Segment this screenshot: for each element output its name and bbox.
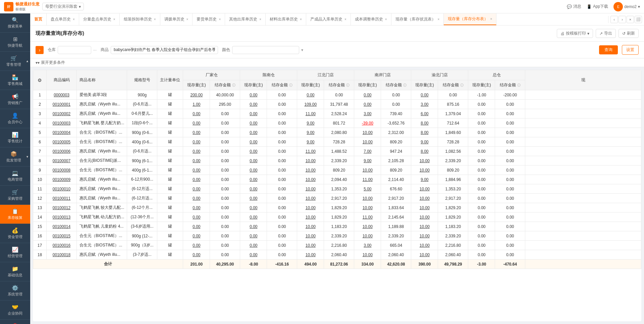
stock-link[interactable]: 9.00 <box>307 140 314 144</box>
app-download-btn[interactable]: 📱 App下载 <box>587 4 608 9</box>
code-link[interactable]: 00100018 <box>53 252 70 257</box>
nav-prev-btn[interactable]: ‹ <box>610 16 618 23</box>
code-link[interactable]: 00100006 <box>53 149 70 154</box>
code-link[interactable]: 00100008 <box>53 168 70 173</box>
tab-purchase-order[interactable]: 要货单历史 × <box>193 13 225 25</box>
stock-link[interactable]: 0.00 <box>193 130 200 135</box>
stock-link[interactable]: 10.00 <box>420 224 430 229</box>
stock-link[interactable]: 0.00 <box>307 93 314 97</box>
stock-link[interactable]: 10.00 <box>306 252 316 257</box>
table-area[interactable]: ⚙ 商品编码 商品名称 规格型号 主计量单位 厂家仓 陈南仓 江北门店 南岸门店… <box>33 70 641 321</box>
code-link[interactable]: 00100003 <box>53 121 70 126</box>
stock-link[interactable]: 0.00 <box>193 177 200 182</box>
color-input[interactable] <box>232 46 299 54</box>
stock-link[interactable]: 0.00 <box>193 111 200 116</box>
close-icon[interactable]: × <box>113 17 115 21</box>
stock-link[interactable]: 11.00 <box>306 111 316 116</box>
code-link[interactable]: 0000003 <box>54 93 69 97</box>
store-selector[interactable]: 母婴行业演示陈套 ▾ <box>42 3 84 10</box>
stock-link[interactable]: 0.00 <box>193 205 200 210</box>
stock-link[interactable]: 0.00 <box>250 224 257 229</box>
stock-link[interactable]: 10.00 <box>420 168 430 173</box>
stock-link[interactable]: 0.00 <box>193 243 200 248</box>
stock-link[interactable]: 10.00 <box>420 196 430 201</box>
nav-next-btn[interactable]: › <box>619 16 626 23</box>
code-link[interactable]: 00100013 <box>53 215 70 220</box>
expand-conditions-btn[interactable]: ▾▾ 展开更多条件 <box>36 60 65 65</box>
stock-link[interactable]: 10.00 <box>306 177 316 182</box>
stock-link[interactable]: 10.00 <box>363 252 373 257</box>
code-link[interactable]: 00100005 <box>53 140 70 144</box>
stock-link[interactable]: 10.00 <box>420 187 430 191</box>
stock-link[interactable]: 109.00 <box>304 102 317 107</box>
stock-link[interactable]: 10.00 <box>306 187 316 191</box>
tab-cost-adjust[interactable]: 成本调整单历史 × <box>351 13 391 25</box>
code-link[interactable]: 00100011 <box>53 196 70 201</box>
stock-link[interactable]: 0.00 <box>250 149 257 154</box>
stock-link[interactable]: -39.00 <box>362 121 373 126</box>
sidebar-item-system[interactable]: ⚙️ 系统管理 <box>0 281 30 300</box>
info-icon[interactable]: ⓘ <box>460 83 464 87</box>
stock-link[interactable]: 0.00 <box>250 205 257 210</box>
print-btn[interactable]: 🖨 按模板打印 ▾ <box>557 29 593 38</box>
stock-link[interactable]: 10.00 <box>420 243 430 248</box>
warehouse-input[interactable] <box>58 46 91 54</box>
stock-link[interactable]: 0.00 <box>250 187 257 191</box>
code-link[interactable]: 00100012 <box>53 205 70 210</box>
stock-link[interactable]: 10.00 <box>306 224 316 229</box>
stock-link[interactable]: 11.00 <box>306 149 316 154</box>
sidebar-item-wholesale[interactable]: 📦 批发管理 ▼ <box>0 147 30 167</box>
stock-link[interactable]: 3.00 <box>421 102 428 107</box>
message-btn[interactable]: 💬 消息 <box>567 4 581 9</box>
tab-material-out[interactable]: 材料出库单历史 × <box>266 13 306 25</box>
nav-close-btn[interactable]: × <box>627 16 634 23</box>
close-icon[interactable]: × <box>73 17 75 21</box>
stock-link[interactable]: 0.00 <box>250 215 257 220</box>
stock-link[interactable]: 10.00 <box>420 234 430 238</box>
stock-link[interactable]: 11.00 <box>363 177 373 182</box>
stock-link[interactable]: 0.00 <box>364 93 371 97</box>
info-icon[interactable]: ⓘ <box>289 83 292 87</box>
stock-link[interactable]: 11.00 <box>363 215 373 220</box>
stock-link[interactable]: 0.00 <box>250 140 257 144</box>
close-icon[interactable]: × <box>259 17 261 21</box>
close-icon[interactable]: × <box>344 17 346 21</box>
stock-link[interactable]: 9.00 <box>421 140 428 144</box>
stock-link[interactable]: 10.00 <box>420 215 430 220</box>
stock-link[interactable]: 8.00 <box>421 130 428 135</box>
stock-link[interactable]: 10.00 <box>306 196 316 201</box>
code-link[interactable]: 00100009 <box>53 177 70 182</box>
tab-adjust[interactable]: 调拨单历史 × <box>160 13 193 25</box>
stock-link[interactable]: 0.00 <box>364 102 371 107</box>
query-btn[interactable]: 查询 <box>599 45 618 54</box>
stock-link[interactable]: 0.00 <box>421 93 428 97</box>
sidebar-item-purchase[interactable]: 🛒 采购管理 <box>0 186 30 205</box>
tab-assemble[interactable]: 组装拆卸单历史 × <box>120 13 160 25</box>
sidebar-item-retail-shop[interactable]: 🏪 零售商城 <box>0 71 30 90</box>
close-icon[interactable]: × <box>154 17 156 21</box>
code-link[interactable]: 00100002 <box>53 111 70 116</box>
stock-link[interactable]: 5.00 <box>364 187 371 191</box>
info-icon[interactable]: ⓘ <box>517 83 521 87</box>
stock-link[interactable]: 10.00 <box>363 168 373 173</box>
stock-link[interactable]: 10.00 <box>363 196 373 201</box>
code-link[interactable]: 00100015 <box>53 234 70 238</box>
stock-link[interactable]: 6.00 <box>421 111 428 116</box>
stock-link[interactable]: 0.00 <box>250 121 257 126</box>
stock-link[interactable]: 9.00 <box>307 121 314 126</box>
stock-link[interactable]: 10.00 <box>306 243 316 248</box>
stock-link[interactable]: 9.00 <box>307 130 314 135</box>
code-link[interactable]: 00100007 <box>53 158 70 163</box>
stock-link[interactable]: 10.00 <box>306 205 316 210</box>
tab-stock-status[interactable]: 现存量（库存状况表） × <box>391 13 444 25</box>
stock-link[interactable]: 7.00 <box>364 149 371 154</box>
tab-stock-dist[interactable]: 现存量（库存分布表） × <box>444 13 496 25</box>
goods-input[interactable] <box>111 46 218 54</box>
sidebar-item-marketing[interactable]: 📢 营销推广 <box>0 90 30 109</box>
stock-link[interactable]: 10.00 <box>306 234 316 238</box>
tab-product-in[interactable]: 产成品入库单历史 × <box>306 13 351 25</box>
tab-inventory[interactable]: 盘点单历史 × <box>47 13 79 25</box>
sidebar-item-nav[interactable]: ⊞ 快捷导航 <box>0 33 30 52</box>
info-icon[interactable]: ⓘ <box>232 83 235 87</box>
close-icon[interactable]: × <box>300 17 302 21</box>
